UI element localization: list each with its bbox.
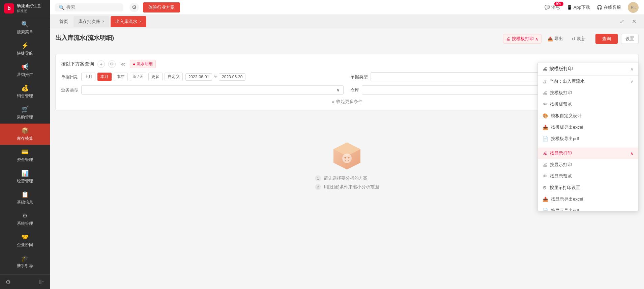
- tabs-bar: 首页 库存批次账 × 出入库流水 × ⤢ ✕: [50, 15, 644, 28]
- tab-stock-flow-close[interactable]: ×: [139, 19, 142, 24]
- chevron-up-icon: ∧: [535, 36, 538, 42]
- dropdown-template-print[interactable]: 🖨 按模板打印: [538, 87, 638, 99]
- search-input[interactable]: [66, 5, 117, 10]
- filter-add-btn[interactable]: +: [97, 60, 105, 68]
- sidebar-item-search[interactable]: 🔍 搜索菜单: [0, 17, 50, 38]
- dropdown-display-export-excel[interactable]: 📤 按显示导出excel: [538, 193, 638, 205]
- sidebar-item-baseinfo[interactable]: 📋 基础信息: [0, 187, 50, 209]
- sidebar-item-sales[interactable]: 💰 销售管理: [0, 81, 50, 102]
- business-type-select[interactable]: ∨: [81, 85, 344, 95]
- dropdown-template-preview[interactable]: 👁 按模板预览: [538, 99, 638, 110]
- tab-inventory-batch-close[interactable]: ×: [102, 19, 105, 24]
- dropdown-template-export-excel[interactable]: 📤 按模板导出excel: [538, 122, 638, 133]
- setting-button[interactable]: 设置: [621, 34, 639, 44]
- sidebar-item-finance[interactable]: 💳 资金管理: [0, 145, 50, 166]
- sidebar-item-label: 系统管理: [17, 221, 33, 227]
- dropdown-display-preview[interactable]: 👁 按显示预览: [538, 170, 638, 182]
- dropdown-item-label: 按显示打印设置: [550, 185, 580, 191]
- dropdown-template-export-pdf[interactable]: 📄 按模板导出pdf: [538, 133, 638, 144]
- dropdown-item-label: 按模板打印: [550, 90, 572, 96]
- dropdown-template-custom-design[interactable]: 🎨 模板自定义设计: [538, 110, 638, 122]
- dropdown-item-label: 按显示导出pdf: [551, 208, 579, 211]
- online-service-btn[interactable]: 🎧 在线客服: [597, 4, 621, 10]
- app-download-label: App下载: [574, 4, 590, 10]
- sidebar-scroll[interactable]: 🔍 搜索菜单 ⚡ 快捷导航 📢 营销推广 💰 销售管理 🛒 采购管理 📦 库存核…: [0, 17, 50, 274]
- sidebar-item-beginner[interactable]: 🎓 新手引导: [0, 251, 50, 272]
- date-btn-custom[interactable]: 自定义: [165, 73, 183, 81]
- date-btn-last-month[interactable]: 上月: [81, 73, 95, 81]
- print-template-btn[interactable]: 🖨 按模板打印 ∧: [503, 34, 541, 44]
- tab-home[interactable]: 首页: [55, 16, 72, 27]
- current-icon: 🖨: [543, 79, 547, 84]
- chart-icon: 📊: [21, 169, 29, 177]
- user-name: Rit: [631, 5, 635, 9]
- app-edition: 标准版: [17, 9, 41, 14]
- tab-close-all-btn[interactable]: ✕: [629, 17, 639, 26]
- user-avatar[interactable]: Rit: [628, 2, 639, 13]
- export-btn[interactable]: 📤 导出: [545, 34, 566, 43]
- current-arrow[interactable]: ∨: [630, 79, 634, 84]
- dropdown-current-label: 当前：出入库流水: [550, 78, 585, 84]
- sidebar-item-cooperation[interactable]: 🤝 企业协同: [0, 230, 50, 251]
- date-btn-7days[interactable]: 近7天: [130, 73, 146, 81]
- tab-stock-flow[interactable]: 出入库流水 ×: [111, 16, 146, 27]
- date-end[interactable]: 2023-06-30: [219, 73, 245, 81]
- sidebar-item-system[interactable]: ⚙ 系统管理: [0, 209, 50, 230]
- plus-icon: +: [100, 61, 103, 67]
- display-excel-icon: 📤: [543, 196, 548, 202]
- sidebar-item-marketing[interactable]: 📢 营销推广: [0, 60, 50, 81]
- dropdown-collapse-arrow[interactable]: ∧: [630, 66, 634, 72]
- sidebar-item-label: 搜索菜单: [17, 29, 33, 35]
- graduation-icon: 🎓: [21, 255, 29, 262]
- sidebar-item-operations[interactable]: 📊 经营管理: [0, 166, 50, 187]
- excel-icon: 📤: [543, 125, 548, 130]
- app-download-btn[interactable]: 📱 App下载: [567, 4, 590, 10]
- headset-icon: 🎧: [597, 5, 602, 10]
- filter-collapse-btn[interactable]: ≪: [119, 60, 126, 68]
- dropdown-display-export-pdf[interactable]: 📄 按显示导出pdf: [538, 205, 638, 211]
- topbar-gear-btn[interactable]: ⚙: [129, 3, 139, 12]
- sidebar-item-inventory[interactable]: 📦 库存核算: [0, 124, 50, 145]
- tag-dot: ●: [133, 62, 135, 67]
- date-btn-this-month[interactable]: 本月: [97, 73, 112, 81]
- display-print-icon: 🖨: [543, 162, 547, 167]
- dropdown-current-item[interactable]: 🖨 当前：出入库流水 ∨: [538, 76, 638, 87]
- date-to: 至: [213, 74, 217, 80]
- refresh-btn[interactable]: ↺ 刷新: [569, 34, 588, 43]
- dropdown-title-label: 按模板打印: [549, 66, 573, 72]
- filter-tag-label: 流水明细: [137, 61, 153, 67]
- chevron-up-icon2: ∧: [331, 99, 335, 104]
- dropdown-display-section[interactable]: 🖨 按显示打印 ∧: [538, 148, 638, 159]
- cart-icon: 🛒: [21, 106, 29, 113]
- dropdown-display-print-settings[interactable]: ⚙ 按显示打印设置: [538, 182, 638, 193]
- date-btn-more[interactable]: 更多: [148, 73, 163, 81]
- topbar-search-box[interactable]: 🔍: [55, 3, 123, 11]
- gear-icon: ⚙: [110, 61, 114, 67]
- sidebar-settings-btn[interactable]: ⚙: [5, 278, 11, 286]
- sidebar-item-purchase[interactable]: 🛒 采购管理: [0, 102, 50, 124]
- dropdown-item-label: 按显示导出excel: [551, 196, 583, 202]
- date-start[interactable]: 2023-06-01: [185, 73, 212, 81]
- print-template-label: 按模板打印: [512, 36, 534, 42]
- print-icon: 🖨: [543, 90, 547, 96]
- step-num-1: 1: [315, 175, 321, 181]
- step-num-2: 2: [315, 184, 321, 190]
- design-icon: 🎨: [543, 113, 548, 119]
- empty-step-2: 2 用[过滤]条件来缩小分析范围: [315, 184, 379, 190]
- filter-settings-btn[interactable]: ⚙: [108, 60, 116, 68]
- tab-right-btns: ⤢ ✕: [617, 17, 639, 26]
- sidebar-item-label: 资金管理: [17, 157, 33, 163]
- sidebar-item-label: 采购管理: [17, 114, 33, 120]
- query-button[interactable]: 查询: [595, 34, 618, 44]
- sidebar-item-quicknav[interactable]: ⚡ 快捷导航: [0, 38, 50, 60]
- dropdown-item-label: 模板自定义设计: [551, 113, 582, 119]
- trial-industry-button[interactable]: 体验行业方案: [143, 2, 180, 12]
- sidebar-collapse-btn[interactable]: ⊪: [39, 278, 45, 286]
- display-preview-icon: 👁: [543, 174, 547, 179]
- tab-maximize-btn[interactable]: ⤢: [617, 17, 626, 26]
- dropdown-display-print[interactable]: 🖨 按显示打印: [538, 159, 638, 170]
- sidebar-item-label: 营销推广: [17, 72, 33, 78]
- date-btn-this-year[interactable]: 本年: [114, 73, 128, 81]
- tab-inventory-batch[interactable]: 库存批次账 ×: [74, 16, 109, 27]
- message-btn[interactable]: 💬 消息 99+: [545, 4, 560, 10]
